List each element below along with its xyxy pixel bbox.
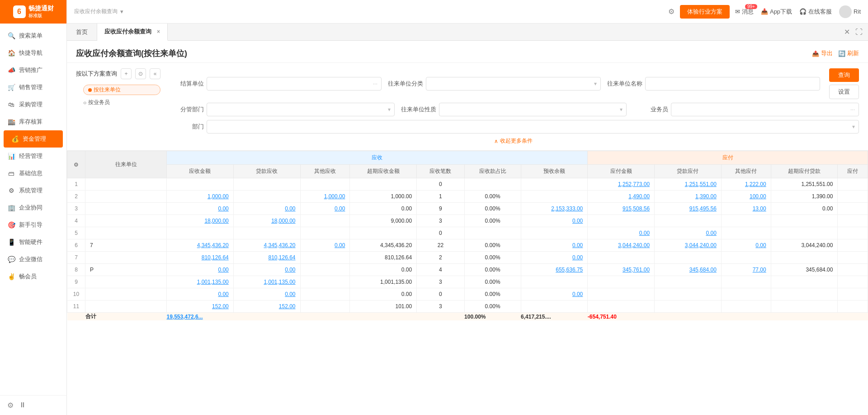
td-ar-other[interactable] [300, 227, 350, 239]
td-prepaid[interactable]: 0.00 [521, 215, 588, 227]
td-ap-other[interactable] [721, 301, 771, 313]
td-ap-other[interactable] [721, 215, 771, 227]
filter-input-dept-manager[interactable]: ▾ [207, 103, 395, 116]
sidebar-item-hardware[interactable]: 📱 智能硬件 [0, 234, 66, 251]
td-ar-other[interactable]: 1,000.00 [300, 191, 350, 203]
td-ap[interactable] [588, 276, 655, 288]
td-prepaid[interactable] [521, 276, 588, 288]
td-ap[interactable]: 1,490.00 [588, 191, 655, 203]
filter-add-btn[interactable]: + [121, 68, 132, 79]
filter-view-by-salesperson[interactable]: ○ 按业务员 [83, 99, 160, 106]
td-ap-loan[interactable] [655, 288, 722, 301]
td-ar[interactable]: 4,345,436.20 [167, 239, 234, 252]
td-ar[interactable]: 0.00 [167, 203, 234, 215]
promo-button[interactable]: 体验行业方案 [680, 5, 730, 19]
td-ar[interactable]: 0.00 [167, 288, 234, 301]
td-ar-other[interactable] [300, 178, 350, 191]
collapse-icon[interactable]: ⏸ [19, 401, 26, 410]
export-button[interactable]: 📤 导出 [812, 49, 833, 57]
td-ar-other[interactable] [300, 264, 350, 276]
td-ap-loan[interactable]: 1,390.00 [655, 191, 722, 203]
td-ap[interactable]: 0.00 [588, 227, 655, 239]
td-prepaid[interactable] [521, 227, 588, 239]
td-ar[interactable]: 1,001,135.00 [167, 276, 234, 288]
filter-input-unit-category[interactable]: ▾ [426, 77, 601, 91]
td-prepaid[interactable]: 2,153,333.00 [521, 203, 588, 215]
tab-home[interactable]: 首页 [67, 24, 97, 41]
sidebar-item-operations[interactable]: 📊 经营管理 [0, 148, 66, 165]
filter-input-salesperson[interactable]: ··· [671, 103, 859, 116]
td-ar-other[interactable]: 0.00 [300, 203, 350, 215]
user-avatar[interactable]: Rit [839, 5, 861, 18]
td-ar-other[interactable] [300, 252, 350, 264]
sidebar-item-corp[interactable]: 🏢 企业协同 [0, 199, 66, 216]
td-ap[interactable]: 345,761.00 [588, 264, 655, 276]
td-ap-loan[interactable] [655, 276, 722, 288]
td-ar-loan[interactable] [233, 178, 300, 191]
tab-close-icon[interactable]: × [157, 29, 160, 35]
sidebar-item-inventory[interactable]: 🏬 库存核算 [0, 113, 66, 130]
td-ar-loan[interactable] [233, 227, 300, 239]
sidebar-item-vip[interactable]: ✌ 畅会员 [0, 268, 66, 285]
settings-button[interactable]: 设置 [829, 85, 859, 99]
td-ap[interactable] [588, 301, 655, 313]
td-ap[interactable] [588, 252, 655, 264]
sidebar-item-wechat[interactable]: 💬 企业微信 [0, 251, 66, 268]
td-prepaid[interactable] [521, 178, 588, 191]
td-ar-loan[interactable]: 1,001,135.00 [233, 276, 300, 288]
td-ar-loan[interactable] [233, 191, 300, 203]
th-settings[interactable]: ⚙ [67, 151, 85, 178]
td-prepaid[interactable]: 0.00 [521, 239, 588, 252]
filter-input-unit-nature[interactable]: ▾ [439, 103, 627, 116]
td-ap-other[interactable] [721, 288, 771, 301]
td-ap-loan[interactable]: 915,495.56 [655, 203, 722, 215]
filter-input-dept[interactable]: ▾ [207, 120, 859, 134]
td-ap-loan[interactable]: 345,684.00 [655, 264, 722, 276]
td-ar-loan[interactable]: 18,000.00 [233, 215, 300, 227]
td-ap-other[interactable]: 100.00 [721, 191, 771, 203]
sidebar-item-quicknav[interactable]: 🏠 快捷导航 [0, 44, 66, 62]
td-ar[interactable]: 0.00 [167, 264, 234, 276]
sidebar-item-search[interactable]: 🔍 搜索菜单 [0, 27, 66, 44]
td-ar-other[interactable] [300, 276, 350, 288]
message-action[interactable]: ✉ 消息 99+ [735, 8, 754, 16]
td-ap-other[interactable] [721, 252, 771, 264]
filter-target-btn[interactable]: ⊙ [135, 68, 146, 79]
td-ar[interactable]: 18,000.00 [167, 215, 234, 227]
td-ar-loan[interactable]: 0.00 [233, 264, 300, 276]
td-ar-other[interactable] [300, 301, 350, 313]
td-prepaid[interactable]: 0.00 [521, 252, 588, 264]
td-ap-loan[interactable]: 0.00 [655, 227, 722, 239]
td-ap-loan[interactable]: 3,044,240.00 [655, 239, 722, 252]
td-ap[interactable] [588, 215, 655, 227]
query-button[interactable]: 查询 [829, 68, 859, 82]
refresh-button[interactable]: 🔄 刷新 [838, 49, 859, 57]
sidebar-item-marketing[interactable]: 📣 营销推广 [0, 62, 66, 79]
td-ap-loan[interactable] [655, 252, 722, 264]
td-ap-other[interactable] [721, 227, 771, 239]
td-ar[interactable]: 152.00 [167, 301, 234, 313]
collapse-filter-btn[interactable]: ∧ 收起更多条件 [168, 137, 859, 145]
filter-input-unit-name[interactable] [645, 77, 820, 91]
td-ar[interactable]: 1,000.00 [167, 191, 234, 203]
maximize-icon[interactable]: ⛶ [855, 28, 863, 36]
td-ar-loan[interactable]: 0.00 [233, 288, 300, 301]
td-ap[interactable]: 915,508.56 [588, 203, 655, 215]
settings-icon[interactable]: ⚙ [7, 401, 14, 410]
td-ap[interactable]: 1,252,773.00 [588, 178, 655, 191]
td-prepaid[interactable] [521, 301, 588, 313]
td-ap[interactable] [588, 288, 655, 301]
td-ar-loan[interactable]: 152.00 [233, 301, 300, 313]
td-ar[interactable] [167, 227, 234, 239]
td-ar[interactable] [167, 178, 234, 191]
td-ap-other[interactable]: 0.00 [721, 239, 771, 252]
sidebar-item-sales[interactable]: 🛒 销售管理 [0, 79, 66, 96]
td-ap-other[interactable]: 1,222.00 [721, 178, 771, 191]
td-ar-loan[interactable]: 810,126.64 [233, 252, 300, 264]
sidebar-item-system[interactable]: ⚙ 系统管理 [0, 182, 66, 199]
td-ar-other[interactable] [300, 215, 350, 227]
close-window-icon[interactable]: ✕ [844, 28, 850, 36]
td-ap-loan[interactable]: 1,251,551.00 [655, 178, 722, 191]
td-ar-loan[interactable]: 0.00 [233, 203, 300, 215]
td-ap[interactable]: 3,044,240.00 [588, 239, 655, 252]
